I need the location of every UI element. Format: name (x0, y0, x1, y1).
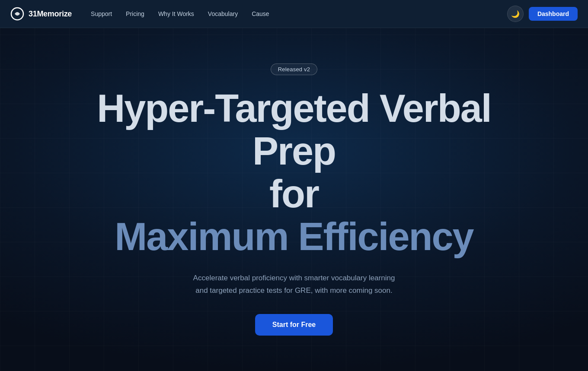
hero-title-line2: for (269, 172, 319, 216)
release-badge: Released v2 (271, 63, 317, 75)
navbar: 31Memorize Support Pricing Why It Works … (0, 0, 588, 28)
hero-section: Released v2 Hyper-Targeted Verbal Prep f… (0, 0, 588, 371)
start-free-button[interactable]: Start for Free (255, 314, 333, 336)
nav-link-why-it-works[interactable]: Why It Works (153, 8, 199, 20)
hero-title-accent: Maximum Efficiency (115, 216, 473, 258)
nav-link-pricing[interactable]: Pricing (121, 8, 150, 20)
navbar-left: 31Memorize Support Pricing Why It Works … (10, 7, 275, 21)
logo-link[interactable]: 31Memorize (10, 7, 72, 21)
nav-link-cause[interactable]: Cause (246, 8, 274, 20)
hero-subtitle: Accelerate verbal proficiency with smart… (193, 272, 395, 297)
hero-subtitle-line1: Accelerate verbal proficiency with smart… (193, 274, 395, 282)
nav-links: Support Pricing Why It Works Vocabulary … (86, 8, 275, 20)
brand-name: 31Memorize (29, 10, 72, 19)
dashboard-button[interactable]: Dashboard (529, 7, 578, 21)
hero-inner: Released v2 Hyper-Targeted Verbal Prep f… (56, 63, 532, 336)
nav-link-support[interactable]: Support (86, 8, 117, 20)
theme-toggle-button[interactable]: 🌙 (507, 6, 524, 22)
nav-link-vocabulary[interactable]: Vocabulary (203, 8, 243, 20)
navbar-right: 🌙 Dashboard (507, 6, 578, 22)
hero-title: Hyper-Targeted Verbal Prep for (70, 87, 518, 216)
logo-icon (10, 7, 24, 21)
hero-subtitle-line2: and targeted practice tests for GRE, wit… (195, 286, 392, 295)
hero-title-line1: Hyper-Targeted Verbal Prep (97, 87, 491, 173)
moon-icon: 🌙 (511, 10, 520, 18)
